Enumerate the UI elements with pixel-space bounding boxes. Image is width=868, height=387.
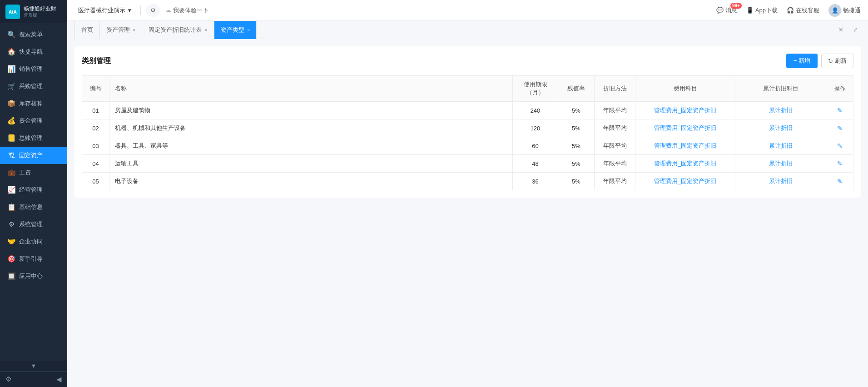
cell-code-3: 04 — [82, 155, 109, 173]
sidebar-item-sales[interactable]: 📊 销售管理 — [0, 60, 67, 78]
col-method: 折旧方法 — [595, 76, 635, 102]
table-header: 编号 名称 使用期限（月） 残值率 折旧方法 费用科目 累计折旧科目 操作 — [82, 76, 853, 102]
message-badge: 99+ — [730, 3, 742, 9]
cell-residual-0: 5% — [558, 102, 595, 119]
table-row: 05 电子设备 36 5% 年限平均 管理费用_固定资产折旧 累计折旧 ✎ — [82, 173, 853, 190]
dropdown-icon: ▾ — [128, 7, 131, 14]
table-row: 03 器具、工具、家具等 60 5% 年限平均 管理费用_固定资产折旧 累计折旧… — [82, 137, 853, 155]
sidebar-item-search[interactable]: 🔍 搜索菜单 — [0, 26, 67, 43]
edit-button-4[interactable]: ✎ — [837, 178, 843, 185]
cell-period-4: 36 — [513, 173, 558, 190]
cell-accumulated-0: 累计折旧 — [735, 102, 826, 119]
logo-icon: AtA — [5, 5, 20, 19]
page-card: 类别管理 + 新增 ↻ 刷新 编号 名称 使用期限（月） 残值率 — [74, 46, 861, 198]
settings-icon[interactable]: ⚙ — [5, 375, 11, 383]
add-button[interactable]: + 新增 — [786, 54, 818, 68]
edit-button-3[interactable]: ✎ — [837, 160, 843, 167]
sidebar-item-guide[interactable]: 🎯 新手引导 — [0, 250, 67, 268]
online-service-label: 在线客服 — [796, 6, 819, 15]
col-accumulated: 累计折旧科目 — [735, 76, 826, 102]
tab-home-label: 首页 — [81, 26, 93, 34]
sidebar-item-label-salary: 工资 — [19, 169, 31, 177]
sidebar-item-basic-info[interactable]: 📋 基础信息 — [0, 198, 67, 216]
app-logo: AtA 畅捷通好业财 普及版 — [0, 0, 67, 24]
cell-residual-3: 5% — [558, 155, 595, 173]
experience-button[interactable]: ☁ 我要体验一下 — [165, 6, 208, 15]
settings-button[interactable]: ⚙ — [146, 4, 160, 17]
user-profile[interactable]: 👤 畅捷通 — [828, 4, 861, 17]
sidebar-bottom: ⚙ ◀ — [0, 371, 67, 387]
salary-icon: 💼 — [7, 169, 15, 177]
cell-expense-1: 管理费用_固定资产折旧 — [635, 119, 735, 137]
sidebar-item-label-search: 搜索菜单 — [19, 30, 43, 39]
col-expense: 费用科目 — [635, 76, 735, 102]
message-icon: 💬 — [716, 7, 724, 14]
cell-name-2: 器具、工具、家具等 — [109, 137, 513, 155]
sidebar-item-salary[interactable]: 💼 工资 — [0, 164, 67, 181]
window-close-btn[interactable]: ✕ — [835, 25, 846, 35]
col-action: 操作 — [826, 76, 853, 102]
app-download-label: App下载 — [755, 6, 778, 15]
collapse-icon[interactable]: ◀ — [56, 375, 62, 383]
topbar-divider — [140, 6, 141, 15]
app-download-button[interactable]: 📱 App下载 — [746, 6, 778, 15]
sidebar-item-purchase[interactable]: 🛒 采购管理 — [0, 78, 67, 95]
sidebar-item-quick-nav[interactable]: 🏠 快捷导航 — [0, 43, 67, 60]
tab-asset-type[interactable]: 资产类型 × — [214, 21, 257, 39]
purchase-icon: 🛒 — [7, 82, 15, 90]
sidebar-item-label-purchase: 采购管理 — [19, 82, 43, 90]
sidebar-item-enterprise[interactable]: 🤝 企业协同 — [0, 233, 67, 250]
online-service-button[interactable]: 🎧 在线客服 — [787, 6, 819, 15]
sidebar-item-label-capital: 资金管理 — [19, 117, 43, 125]
page-header: 类别管理 + 新增 ↻ 刷新 — [82, 54, 853, 68]
tab-home[interactable]: 首页 — [74, 21, 100, 39]
tab-asset-type-close[interactable]: × — [247, 27, 250, 33]
sidebar-item-app-center[interactable]: 🔲 应用中心 — [0, 268, 67, 285]
system-icon: ⚙ — [7, 220, 15, 228]
main-content: 医疗器械行业演示 ▾ ⚙ ☁ 我要体验一下 💬 消息 99+ 📱 App下载 🎧… — [67, 0, 868, 387]
table-row: 04 运输工具 48 5% 年限平均 管理费用_固定资产折旧 累计折旧 ✎ — [82, 155, 853, 173]
cell-name-4: 电子设备 — [109, 173, 513, 190]
sidebar-item-system[interactable]: ⚙ 系统管理 — [0, 216, 67, 233]
table-row: 01 房屋及建筑物 240 5% 年限平均 管理费用_固定资产折旧 累计折旧 ✎ — [82, 102, 853, 119]
sidebar-item-ledger[interactable]: 📒 总账管理 — [0, 129, 67, 147]
col-name: 名称 — [109, 76, 513, 102]
sidebar-item-label-fixed-asset: 固定资产 — [19, 151, 43, 159]
window-expand-btn[interactable]: ⤢ — [850, 25, 861, 35]
sidebar-item-label-sales: 销售管理 — [19, 65, 43, 73]
message-button[interactable]: 💬 消息 99+ — [716, 6, 737, 15]
tab-fixed-stat-close[interactable]: × — [204, 27, 207, 33]
edit-button-1[interactable]: ✎ — [837, 124, 843, 132]
tabs-bar: 首页 资产管理 × 固定资产折旧统计表 × 资产类型 × ✕ ⤢ — [67, 21, 868, 39]
cell-method-0: 年限平均 — [595, 102, 635, 119]
sales-icon: 📊 — [7, 65, 15, 73]
sidebar-item-inventory[interactable]: 📦 库存核算 — [0, 95, 67, 112]
edit-button-0[interactable]: ✎ — [837, 107, 843, 114]
tab-asset-mgmt[interactable]: 资产管理 × — [100, 21, 142, 39]
sidebar-item-operation[interactable]: 📈 经营管理 — [0, 181, 67, 198]
cell-code-0: 01 — [82, 102, 109, 119]
tabs-window-controls: ✕ ⤢ — [835, 25, 861, 35]
cell-expense-3: 管理费用_固定资产折旧 — [635, 155, 735, 173]
col-period: 使用期限（月） — [513, 76, 558, 102]
refresh-label: 刷新 — [835, 57, 847, 65]
sidebar-item-fixed-asset[interactable]: 🏗 固定资产 — [0, 147, 67, 164]
tab-asset-mgmt-close[interactable]: × — [133, 27, 135, 33]
company-name: 医疗器械行业演示 — [78, 6, 125, 15]
cell-period-1: 120 — [513, 119, 558, 137]
company-selector[interactable]: 医疗器械行业演示 ▾ — [74, 5, 135, 16]
sidebar-item-capital[interactable]: 💰 资金管理 — [0, 112, 67, 129]
sidebar-item-label-guide: 新手引导 — [19, 255, 43, 263]
tab-fixed-stat[interactable]: 固定资产折旧统计表 × — [142, 21, 214, 39]
refresh-button[interactable]: ↻ 刷新 — [821, 54, 853, 68]
cell-action-0: ✎ — [826, 102, 853, 119]
cell-expense-4: 管理费用_固定资产折旧 — [635, 173, 735, 190]
sidebar-scroll-down[interactable]: ▼ — [0, 361, 67, 371]
table-row: 02 机器、机械和其他生产设备 120 5% 年限平均 管理费用_固定资产折旧 … — [82, 119, 853, 137]
sidebar-item-label-app-center: 应用中心 — [19, 272, 43, 280]
cell-name-1: 机器、机械和其他生产设备 — [109, 119, 513, 137]
cell-expense-2: 管理费用_固定资产折旧 — [635, 137, 735, 155]
edit-button-2[interactable]: ✎ — [837, 142, 843, 149]
cell-residual-1: 5% — [558, 119, 595, 137]
cell-expense-0: 管理费用_固定资产折旧 — [635, 102, 735, 119]
